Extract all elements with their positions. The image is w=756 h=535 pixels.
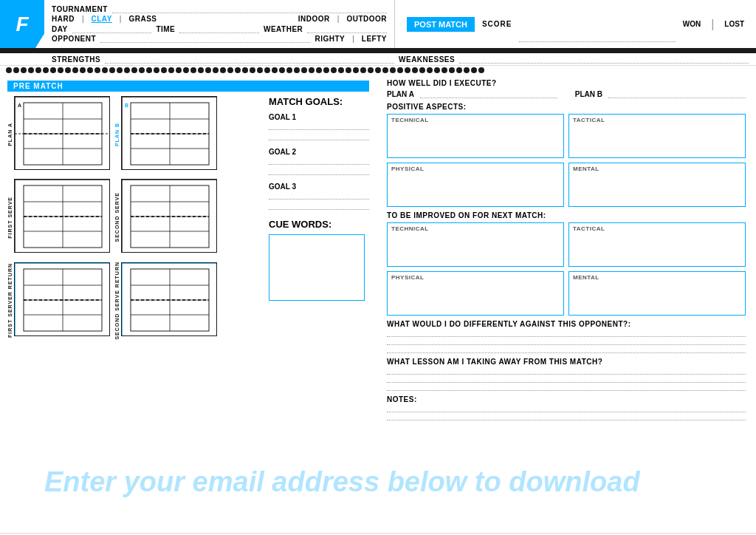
positive-mental-label: MENTAL bbox=[573, 166, 741, 172]
serve-row: FIRST SERVE bbox=[7, 179, 258, 256]
goal2-item: GOAL 2 bbox=[269, 148, 369, 175]
notes-line1[interactable] bbox=[387, 406, 746, 412]
differently-line2[interactable] bbox=[387, 339, 746, 345]
courts-area: PLAN A bbox=[7, 96, 258, 527]
second-return-wrapper: SECOND SERVE RETURN bbox=[114, 262, 217, 340]
opponent-field[interactable] bbox=[100, 42, 310, 43]
second-return-court bbox=[121, 262, 217, 339]
lesson-line2[interactable] bbox=[387, 377, 746, 383]
goal3-label: GOAL 3 bbox=[269, 183, 369, 191]
opponent-label: OPPONENT bbox=[52, 35, 96, 43]
improve-physical-label: PHYSICAL bbox=[391, 274, 560, 281]
second-serve-wrapper: SECOND SERVE bbox=[114, 179, 217, 256]
first-return-label: FIRST SERVER RETURN bbox=[7, 263, 13, 338]
outdoor-label: OUTDOOR bbox=[346, 15, 387, 23]
header-left: TOURNAMENT HARD | CLAY | GRASS INDOOR | … bbox=[44, 0, 394, 48]
separator-won-lost: | bbox=[711, 18, 714, 31]
positive-technical-box[interactable]: TECHNICAL bbox=[387, 114, 564, 158]
pipe2: | bbox=[120, 15, 122, 23]
goal1-line1[interactable] bbox=[269, 123, 369, 130]
positive-technical-label: TECHNICAL bbox=[391, 117, 560, 123]
first-return-court bbox=[14, 262, 110, 339]
notes-label: NOTES: bbox=[387, 395, 746, 403]
improve-boxes-grid: TECHNICAL TACTICAL PHYSICAL MENTAL bbox=[387, 222, 746, 316]
cue-words-box[interactable] bbox=[269, 234, 365, 301]
header: F TOURNAMENT HARD | CLAY | GRASS INDOOR … bbox=[0, 0, 756, 50]
first-return-svg bbox=[14, 262, 110, 336]
goal2-lines bbox=[269, 157, 369, 175]
notes-section: NOTES: bbox=[387, 395, 746, 420]
lesson-line3[interactable] bbox=[387, 385, 746, 391]
logo-icon: F bbox=[16, 13, 28, 36]
svg-text:A: A bbox=[18, 103, 21, 108]
plan-b-wrapper: PLAN B B bbox=[114, 96, 217, 173]
positive-physical-box[interactable]: PHYSICAL bbox=[387, 163, 564, 207]
positive-aspects-section: POSITIVE ASPECTS: TECHNICAL TACTICAL PHY… bbox=[387, 103, 746, 207]
opponent-row: OPPONENT RIGHTY | LEFTY bbox=[52, 35, 387, 43]
goal3-line2[interactable] bbox=[269, 202, 369, 210]
positive-tactical-box[interactable]: TACTICAL bbox=[568, 114, 746, 158]
notes-line2[interactable] bbox=[387, 415, 746, 420]
tournament-label: TOURNAMENT bbox=[52, 5, 108, 13]
second-serve-court bbox=[121, 179, 217, 256]
pipe1: | bbox=[82, 15, 84, 23]
improve-physical-box[interactable]: PHYSICAL bbox=[387, 271, 564, 316]
clay-label: CLAY bbox=[92, 15, 112, 23]
second-return-label: SECOND SERVE RETURN bbox=[114, 262, 120, 340]
day-field[interactable] bbox=[72, 33, 152, 33]
how-well-section: HOW WELL DID I EXECUTE? PLAN A PLAN B bbox=[387, 79, 746, 98]
differently-label: WHAT WOULD I DO DIFFERENTLY AGAINST THIS… bbox=[387, 320, 746, 328]
goal1-label: GOAL 1 bbox=[269, 113, 369, 121]
cue-words-section: CUE WORDS: bbox=[269, 219, 369, 301]
indoor-label: INDOOR bbox=[298, 15, 330, 23]
goal3-line1[interactable] bbox=[269, 192, 369, 200]
goal2-line1[interactable] bbox=[269, 157, 369, 165]
improve-mental-box[interactable]: MENTAL bbox=[568, 271, 746, 316]
differently-line1[interactable] bbox=[387, 331, 746, 337]
strengths-field[interactable] bbox=[105, 63, 394, 64]
time-field[interactable] bbox=[179, 33, 259, 33]
differently-line3[interactable] bbox=[387, 347, 746, 353]
second-return-svg bbox=[121, 262, 217, 336]
weaknesses-label: WEAKNESSES bbox=[399, 55, 455, 64]
score-label: SCORE bbox=[482, 20, 512, 28]
goal1-lines bbox=[269, 123, 369, 140]
goals-title: MATCH GOALS: bbox=[269, 96, 369, 107]
notes-lines bbox=[387, 406, 746, 420]
to-improve-label: TO BE IMPROVED ON FOR NEXT MATCH: bbox=[387, 211, 746, 219]
positive-aspects-label: POSITIVE ASPECTS: bbox=[387, 103, 746, 111]
improve-tactical-box[interactable]: TACTICAL bbox=[568, 222, 746, 267]
logo-area: F bbox=[0, 0, 44, 48]
weather-field[interactable] bbox=[307, 33, 387, 33]
hard-label: HARD bbox=[52, 15, 75, 23]
right-panel: HOW WELL DID I EXECUTE? PLAN A PLAN B PO… bbox=[377, 75, 756, 533]
spiral-dots bbox=[0, 66, 756, 75]
day-label: DAY bbox=[52, 25, 68, 33]
grass-label: GRASS bbox=[128, 15, 157, 23]
time-label: TIME bbox=[156, 25, 175, 33]
score-field[interactable] bbox=[519, 41, 675, 42]
tournament-row: TOURNAMENT bbox=[52, 5, 387, 13]
pre-match-content: PLAN A bbox=[7, 96, 369, 527]
won-label: WON bbox=[683, 20, 701, 28]
goal1-line2[interactable] bbox=[269, 133, 369, 140]
differently-lines bbox=[387, 331, 746, 353]
first-serve-label: FIRST SERVE bbox=[7, 197, 13, 239]
lefty-label: LEFTY bbox=[362, 35, 387, 43]
tournament-field[interactable] bbox=[112, 13, 387, 13]
goal2-label: GOAL 2 bbox=[269, 148, 369, 156]
lesson-line1[interactable] bbox=[387, 369, 746, 375]
plan-b-court-svg: B bbox=[121, 96, 217, 170]
lesson-section: WHAT LESSON AM I TAKING AWAY FROM THIS M… bbox=[387, 358, 746, 391]
goal2-line2[interactable] bbox=[269, 168, 369, 175]
plan-a-court-svg: A bbox=[14, 96, 110, 170]
positive-mental-box[interactable]: MENTAL bbox=[568, 163, 746, 207]
improve-technical-box[interactable]: TECHNICAL bbox=[387, 222, 564, 267]
pre-match-label: PRE MATCH bbox=[7, 81, 369, 92]
weaknesses-field[interactable] bbox=[459, 63, 749, 64]
left-panel: PRE MATCH PLAN A bbox=[0, 75, 377, 533]
plan-b-dotted[interactable] bbox=[608, 98, 746, 98]
plan-a-wrapper: PLAN A bbox=[7, 96, 110, 173]
plan-a-dotted[interactable] bbox=[420, 98, 557, 98]
post-match-button[interactable]: POST MATCH bbox=[407, 17, 475, 32]
